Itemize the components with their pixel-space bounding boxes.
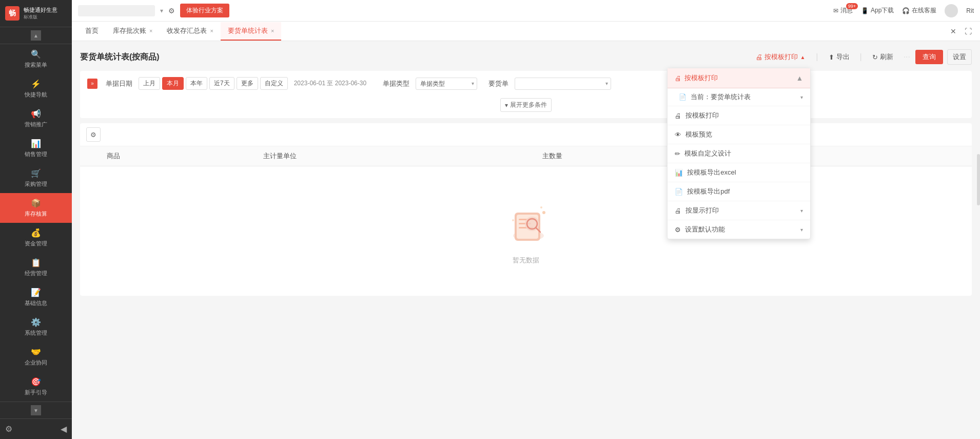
scroll-down-btn[interactable]: ▼	[31, 405, 41, 415]
expand-tab-btn[interactable]: ⛶	[963, 25, 974, 37]
current-doc-icon: 📄	[679, 93, 687, 101]
tab-receipt-summary[interactable]: 收发存汇总表 ×	[160, 22, 220, 41]
topbar-gear-icon[interactable]: ⚙	[168, 7, 175, 15]
display-print-label: 按显示打印	[685, 206, 719, 215]
logo-icon: 畅	[5, 6, 19, 21]
filter-expand-icon[interactable]: »	[87, 79, 97, 89]
order-type-label: 要货单	[488, 79, 508, 88]
template-print-button[interactable]: 🖨 按模板打印 ▲	[750, 49, 811, 65]
sidebar-item-label: 库存核算	[25, 210, 47, 218]
purchase-icon: 🛒	[31, 168, 41, 178]
page-content: 要货单统计表(按商品) 🖨 按模板打印 ▲ 🖨 按模板打印	[72, 41, 980, 439]
doc-type-select[interactable]: 单据类型	[416, 78, 477, 90]
printer-icon: 🖨	[755, 53, 762, 61]
export-button[interactable]: ⬆ 导出	[824, 50, 855, 64]
refresh-button[interactable]: ↻ 刷新	[867, 50, 898, 64]
sidebar-item-finance[interactable]: 💰 资金管理	[0, 223, 72, 253]
sidebar-item-purchase[interactable]: 🛒 采购管理	[0, 163, 72, 193]
scroll-up-btn[interactable]: ▲	[31, 30, 41, 41]
tab-receipt-summary-close[interactable]: ×	[210, 28, 213, 34]
sidebar-item-search[interactable]: 🔍 搜索菜单	[0, 44, 72, 74]
topbar: ▾ ⚙ 体验行业方案 ✉ 消息 99+ 📱 App下载 🎧 在线客服 Rit	[72, 0, 980, 22]
user-avatar[interactable]	[945, 4, 958, 17]
tab-order-stats[interactable]: 要货单统计表 ×	[221, 22, 281, 41]
sidebar-item-collab[interactable]: 🤝 企业协同	[0, 342, 72, 372]
page-header: 要货单统计表(按商品) 🖨 按模板打印 ▲ 🖨 按模板打印	[80, 49, 972, 65]
order-filter-wrapper: ▾	[515, 78, 611, 90]
dropdown-template-pdf[interactable]: 📄 按模板导出pdf	[668, 182, 810, 201]
query-button[interactable]: 查询	[915, 50, 943, 64]
sidebar-item-basic[interactable]: 📝 基础信息	[0, 282, 72, 312]
tab-batch-account[interactable]: 库存批次账 ×	[106, 22, 160, 41]
export-icon: ⬆	[829, 53, 834, 61]
sidebar-item-label: 资金管理	[25, 240, 47, 247]
sidebar-item-inventory[interactable]: 📦 库存核算	[0, 193, 72, 223]
dropdown-group-section: 🖨 按显示打印 ▾ ⚙ 设置默认功能 ▾	[668, 201, 810, 239]
tab-home-label: 首页	[85, 26, 99, 35]
template-design-icon: ✏	[675, 150, 680, 158]
online-service-button[interactable]: 🎧 在线客服	[902, 6, 936, 15]
dropdown-default-settings[interactable]: ⚙ 设置默认功能 ▾	[668, 220, 810, 239]
dropdown-template-design[interactable]: ✏ 模板自定义设计	[668, 144, 810, 163]
default-settings-label: 设置默认功能	[685, 225, 725, 234]
date-buttons: 上月 本月 本年 近7天 更多 自定义	[139, 77, 288, 90]
operation-icon: 📋	[31, 258, 41, 268]
dropdown-template-preview[interactable]: 👁 模板预览	[668, 125, 810, 144]
template-print-item-label: 按模板打印	[685, 111, 719, 120]
dropdown-close-icon[interactable]: ▲	[796, 74, 803, 82]
date-btn-this-month[interactable]: 本月	[162, 77, 184, 90]
settings-button[interactable]: 设置	[947, 49, 972, 65]
sales-icon: 📊	[31, 139, 41, 148]
collapse-icon[interactable]: ◀	[61, 424, 67, 434]
dropdown-header: 🖨 按模板打印 ▲	[668, 68, 810, 88]
search-menu-icon: 🔍	[31, 49, 41, 59]
table-toolbar: ⚙	[80, 123, 972, 146]
table-header: 商品 主计量单位 主数量 零售金额	[80, 146, 972, 166]
close-tab-btn[interactable]: ✕	[948, 25, 958, 37]
current-doc-label: 当前：要货单统计表	[691, 92, 751, 102]
date-btn-custom[interactable]: 自定义	[260, 77, 288, 90]
sidebar-bottom: ⚙ ◀	[0, 418, 72, 439]
date-btn-this-year[interactable]: 本年	[186, 77, 207, 90]
sidebar-item-quick-nav[interactable]: ⚡ 快捷导航	[0, 74, 72, 104]
search-dropdown-icon[interactable]: ▾	[160, 7, 163, 14]
tab-batch-account-close[interactable]: ×	[149, 28, 152, 34]
right-scrollbar[interactable]	[977, 154, 980, 205]
service-icon: 🎧	[902, 7, 910, 14]
template-preview-label: 模板预览	[685, 130, 712, 139]
sidebar-item-guide[interactable]: 🎯 新手引导	[0, 372, 72, 402]
date-btn-more[interactable]: 更多	[237, 77, 258, 90]
tab-order-stats-label: 要货单统计表	[228, 26, 268, 35]
messages-button[interactable]: ✉ 消息 99+	[833, 6, 853, 15]
expand-more-btn[interactable]: ▾ 展开更多条件	[500, 98, 552, 112]
empty-cell: 暂无数据	[80, 166, 972, 296]
sidebar-item-label: 采购管理	[25, 180, 47, 188]
tab-bar: 首页 库存批次账 × 收发存汇总表 × 要货单统计表 × ✕ ⛶	[72, 22, 980, 41]
tab-receipt-summary-label: 收发存汇总表	[167, 26, 207, 35]
date-btn-7days[interactable]: 近7天	[209, 77, 234, 90]
tab-order-stats-close[interactable]: ×	[271, 28, 274, 34]
app-download-button[interactable]: 📱 App下载	[861, 6, 894, 15]
default-settings-icon: ⚙	[675, 226, 681, 234]
sidebar-item-label: 新手引导	[25, 389, 47, 396]
sidebar-item-system[interactable]: ⚙️ 系统管理	[0, 312, 72, 342]
sidebar-item-marketing[interactable]: 📢 营销推广	[0, 104, 72, 133]
date-btn-last-month[interactable]: 上月	[139, 77, 160, 90]
dropdown-template-excel[interactable]: 📊 按模板导出excel	[668, 163, 810, 182]
table-settings-icon[interactable]: ⚙	[86, 127, 101, 142]
tab-home[interactable]: 首页	[78, 22, 106, 41]
sidebar-item-sales[interactable]: 📊 销售管理	[0, 133, 72, 163]
dropdown-template-print[interactable]: 🖨 按模板打印	[668, 106, 810, 125]
order-type-input[interactable]	[515, 78, 611, 90]
order-type-chevron: ▾	[605, 81, 608, 86]
marketing-icon: 📢	[31, 109, 41, 119]
search-input[interactable]	[78, 5, 155, 16]
dropdown-current-item[interactable]: 📄 当前：要货单统计表 ▾	[668, 88, 810, 106]
settings-icon[interactable]: ⚙	[5, 424, 12, 434]
dropdown-display-print[interactable]: 🖨 按显示打印 ▾	[668, 201, 810, 220]
expand-chevron-icon: ▾	[505, 102, 508, 109]
trial-button[interactable]: 体验行业方案	[180, 4, 229, 17]
sidebar-item-operation[interactable]: 📋 经营管理	[0, 253, 72, 282]
username-label[interactable]: Rit	[966, 7, 974, 14]
sidebar: 畅 畅捷通好生意 标准版 ▲ 🔍 搜索菜单 ⚡ 快捷导航 📢 营销推广 📊 销售…	[0, 0, 72, 439]
